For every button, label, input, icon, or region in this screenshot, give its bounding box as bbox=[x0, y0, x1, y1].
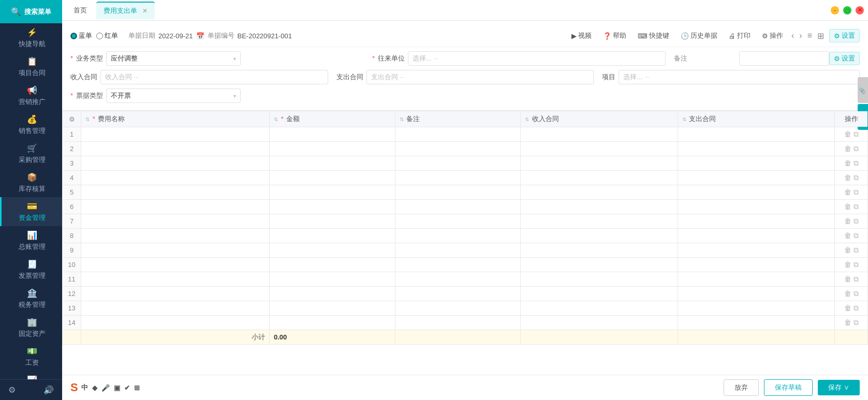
copy-icon[interactable]: ⧉ bbox=[854, 159, 859, 168]
volume-icon[interactable]: 🔊 bbox=[43, 385, 54, 395]
copy-icon[interactable]: ⧉ bbox=[854, 144, 859, 153]
expense-contract-cell[interactable] bbox=[678, 171, 834, 185]
save-draft-button[interactable]: 保存草稿 bbox=[764, 379, 813, 396]
delete-icon[interactable]: 🗑 bbox=[844, 246, 851, 255]
expense-contract-input[interactable]: 支出合同 ··· bbox=[366, 70, 594, 84]
income-contract-cell[interactable] bbox=[521, 301, 678, 316]
settings-button[interactable]: ⚙ 设置 bbox=[829, 29, 860, 42]
close-button[interactable]: ✕ bbox=[856, 6, 864, 14]
save-button[interactable]: 保存 ∨ bbox=[818, 380, 860, 395]
project-input[interactable]: 选择... ··· bbox=[619, 70, 860, 84]
sidebar-item-sales[interactable]: 💰 销售管理 bbox=[0, 110, 62, 139]
income-contract-cell[interactable] bbox=[521, 142, 678, 156]
expense-name-cell[interactable] bbox=[81, 156, 270, 171]
diamond-icon[interactable]: ◆ bbox=[92, 384, 97, 392]
grid-icon[interactable]: ▣ bbox=[114, 384, 120, 392]
remark-cell[interactable] bbox=[395, 258, 521, 272]
copy-icon[interactable]: ⧉ bbox=[854, 304, 859, 313]
grid-view-button[interactable]: ⊞ bbox=[817, 31, 824, 41]
delete-icon[interactable]: 🗑 bbox=[844, 130, 851, 139]
sidebar-item-marketing[interactable]: 📢 营销推广 bbox=[0, 81, 62, 110]
income-contract-cell[interactable] bbox=[521, 287, 678, 301]
tab-home[interactable]: 首页 bbox=[66, 2, 94, 19]
copy-icon[interactable]: ⧉ bbox=[854, 188, 859, 197]
copy-icon[interactable]: ⧉ bbox=[854, 173, 859, 182]
gear-icon[interactable]: ⚙ bbox=[69, 115, 75, 123]
remark-cell[interactable] bbox=[395, 287, 521, 301]
copy-icon[interactable]: ⧉ bbox=[854, 217, 859, 226]
nav-next-button[interactable]: › bbox=[799, 31, 802, 40]
remark-cell[interactable] bbox=[395, 156, 521, 171]
expense-contract-cell[interactable] bbox=[678, 200, 834, 214]
amount-cell[interactable] bbox=[270, 287, 395, 301]
sidebar-item-tax[interactable]: 🏦 税务管理 bbox=[0, 284, 62, 313]
copy-icon[interactable]: ⧉ bbox=[854, 275, 859, 284]
expense-contract-column-header[interactable]: ⇅ 支出合同 bbox=[678, 111, 834, 127]
delete-icon[interactable]: 🗑 bbox=[844, 318, 851, 327]
blue-doc-radio[interactable]: 蓝单 bbox=[70, 31, 92, 40]
amount-cell[interactable] bbox=[270, 200, 395, 214]
expense-contract-cell[interactable] bbox=[678, 214, 834, 229]
amount-cell[interactable] bbox=[270, 214, 395, 229]
amount-cell[interactable] bbox=[270, 316, 395, 330]
expense-contract-cell[interactable] bbox=[678, 229, 834, 243]
help-button[interactable]: ❓ 帮助 bbox=[600, 29, 629, 42]
check-icon[interactable]: ✔ bbox=[124, 384, 130, 392]
print-button[interactable]: 🖨 打印 bbox=[726, 29, 754, 42]
name-column-header[interactable]: ⇅ * 费用名称 bbox=[81, 111, 270, 127]
red-doc-radio[interactable]: 红单 bbox=[96, 31, 118, 40]
expense-contract-cell[interactable] bbox=[678, 301, 834, 316]
remark-cell[interactable] bbox=[395, 243, 521, 258]
remark-cell[interactable] bbox=[395, 171, 521, 185]
counterpart-input[interactable]: 选择... ··· bbox=[408, 51, 666, 66]
sidebar-item-purchase[interactable]: 🛒 采购管理 bbox=[0, 139, 62, 168]
amount-cell[interactable] bbox=[270, 171, 395, 185]
income-contract-column-header[interactable]: ⇅ 收入合同 bbox=[521, 111, 678, 127]
remark-cell[interactable] bbox=[395, 200, 521, 214]
income-contract-cell[interactable] bbox=[521, 127, 678, 142]
amount-cell[interactable] bbox=[270, 229, 395, 243]
delete-icon[interactable]: 🗑 bbox=[844, 188, 851, 197]
amount-cell[interactable] bbox=[270, 185, 395, 200]
tab-expense[interactable]: 费用支出单✕ bbox=[96, 2, 155, 19]
copy-icon[interactable]: ⧉ bbox=[854, 231, 859, 240]
delete-icon[interactable]: 🗑 bbox=[844, 304, 851, 313]
expense-contract-cell[interactable] bbox=[678, 142, 834, 156]
remark-cell[interactable] bbox=[395, 229, 521, 243]
copy-icon[interactable]: ⧉ bbox=[854, 318, 859, 327]
income-contract-cell[interactable] bbox=[521, 214, 678, 229]
remark-cell[interactable] bbox=[395, 214, 521, 229]
sidebar-item-salary[interactable]: 💵 工资 bbox=[0, 342, 62, 371]
remark-cell[interactable] bbox=[395, 316, 521, 330]
amount-cell[interactable] bbox=[270, 243, 395, 258]
video-button[interactable]: ▶ 视频 bbox=[568, 29, 595, 42]
set-right-button[interactable]: ⚙ 设置 bbox=[829, 52, 860, 65]
delete-icon[interactable]: 🗑 bbox=[844, 217, 851, 226]
abandon-button[interactable]: 放弃 bbox=[724, 379, 759, 396]
amount-cell[interactable] bbox=[270, 127, 395, 142]
settings-icon[interactable]: ⚙ bbox=[8, 385, 16, 395]
expense-name-cell[interactable] bbox=[81, 142, 270, 156]
remark-cell[interactable] bbox=[395, 127, 521, 142]
copy-icon[interactable]: ⧉ bbox=[854, 130, 859, 139]
amount-column-header[interactable]: ⇅ * 金额 bbox=[270, 111, 395, 127]
float-attach-button[interactable]: 📎 bbox=[858, 77, 868, 103]
remark-column-header[interactable]: ⇅ 备注 bbox=[395, 111, 521, 127]
amount-cell[interactable] bbox=[270, 272, 395, 287]
expense-name-cell[interactable] bbox=[81, 127, 270, 142]
expense-contract-cell[interactable] bbox=[678, 287, 834, 301]
shortcut-button[interactable]: ⌨ 快捷键 bbox=[635, 29, 672, 42]
income-contract-cell[interactable] bbox=[521, 272, 678, 287]
sidebar-item-fixed-assets[interactable]: 🏢 固定资产 bbox=[0, 313, 62, 342]
amount-cell[interactable] bbox=[270, 301, 395, 316]
sidebar-item-accounting[interactable]: 📊 总账管理 bbox=[0, 226, 62, 255]
delete-icon[interactable]: 🗑 bbox=[844, 260, 851, 269]
expense-name-cell[interactable] bbox=[81, 243, 270, 258]
income-contract-cell[interactable] bbox=[521, 258, 678, 272]
expense-name-cell[interactable] bbox=[81, 229, 270, 243]
expense-name-cell[interactable] bbox=[81, 171, 270, 185]
gear-column-header[interactable]: ⚙ bbox=[63, 111, 81, 127]
expense-name-cell[interactable] bbox=[81, 287, 270, 301]
amount-cell[interactable] bbox=[270, 258, 395, 272]
remark-cell[interactable] bbox=[395, 142, 521, 156]
